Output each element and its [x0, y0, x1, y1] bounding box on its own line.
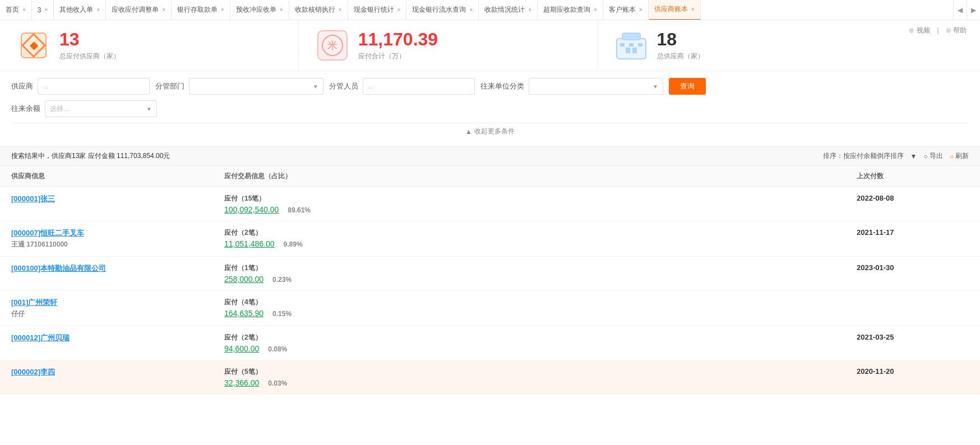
supplier-cell-4: [000012]广州贝瑞: [11, 333, 224, 343]
nav-tab-customer-ledger[interactable]: 客户账本×: [603, 0, 649, 20]
nav-tab-close-bank-deposit[interactable]: ×: [221, 7, 224, 13]
nav-tab-overdue-ar[interactable]: 超期应收款查询×: [538, 0, 603, 20]
tx-amount-1[interactable]: 11,051,486.00: [224, 239, 275, 248]
supplier-link-5[interactable]: [000002]李四: [11, 368, 55, 376]
nav-tab-advance-ar[interactable]: 预收冲应收单×: [230, 0, 289, 20]
nav-tab-close-collection-stat[interactable]: ×: [528, 7, 531, 13]
last-pay-date-2: 2023-01-30: [857, 263, 894, 272]
nav-tab-close-cash-stat[interactable]: ×: [397, 7, 401, 13]
dept-select[interactable]: ▼: [189, 78, 323, 95]
supplier-link-2[interactable]: [000100]本特勤油品有限公司: [11, 264, 106, 272]
query-button[interactable]: 查询: [669, 78, 706, 95]
category-label: 往来单位分类: [480, 81, 524, 91]
export-icon: ○: [924, 152, 928, 160]
export-button[interactable]: ○ 导出: [924, 151, 943, 161]
refresh-button[interactable]: ○ 刷新: [950, 151, 969, 161]
nav-tab-bank-deposit[interactable]: 银行存取款单×: [172, 0, 230, 20]
supplier-cell-5: [000002]李四: [11, 367, 224, 377]
sort-dropdown-arrow[interactable]: ▼: [910, 152, 917, 160]
tx-label-3: 应付（4笔）: [224, 298, 857, 307]
nav-arrow-right[interactable]: ▶: [967, 0, 980, 20]
supplier-cell-1: [000007]恒旺二手叉车 王通 17106110000: [11, 228, 224, 249]
nav-tab-close-customer-ledger[interactable]: ×: [639, 7, 642, 13]
nav-tab-close-tab3[interactable]: ×: [45, 7, 48, 13]
nav-tab-cash-flow[interactable]: 现金银行流水查询×: [406, 0, 479, 20]
nav-tab-close-payment-verify[interactable]: ×: [339, 7, 342, 13]
video-link[interactable]: ⊙ 视频: [909, 26, 930, 35]
tx-label-2: 应付（1笔）: [224, 263, 857, 273]
table-row: [000007]恒旺二手叉车 王通 17106110000 应付（2笔） 11,…: [0, 221, 980, 257]
header-transaction-info: 应付交易信息（占比）: [224, 171, 857, 181]
transaction-cell-1: 应付（2笔） 11,051,486.00 9.89%: [224, 228, 857, 248]
nav-tab-close-supplier-ledger[interactable]: ×: [691, 6, 695, 12]
supplier-contact-1: 王通 17106110000: [11, 240, 224, 249]
supplier-input[interactable]: ...: [38, 78, 150, 95]
nav-tab-close-other-income[interactable]: ×: [96, 7, 100, 13]
last-pay-cell-1: 2021-11-17: [857, 228, 969, 237]
stat-icon-payable-suppliers: ◆: [17, 29, 50, 62]
nav-tab-close-advance-ar[interactable]: ×: [280, 7, 283, 13]
svg-text:米: 米: [327, 40, 338, 51]
tx-amount-0[interactable]: 100,092,540.00: [224, 205, 279, 214]
supplier-cell-3: [001]广州荣轩 仔仔: [11, 298, 224, 319]
supplier-link-0[interactable]: [000001]张三: [11, 194, 55, 203]
last-pay-date-4: 2021-03-25: [857, 333, 894, 341]
tx-amount-3[interactable]: 164,635.90: [224, 309, 264, 318]
stat-icon-total-suppliers: [614, 29, 648, 62]
table-row: [001]广州荣轩 仔仔 应付（4笔） 164,635.90 0.15%: [0, 291, 980, 326]
tx-amount-4[interactable]: 94,600.00: [224, 344, 259, 353]
balance-select[interactable]: 选择... ▼: [45, 100, 157, 117]
stat-block-payable-amount: 米 11,170.39 应付合计（万）: [299, 20, 598, 71]
transaction-cell-5: 应付（5笔） 32,366.00 0.03%: [224, 367, 857, 387]
refresh-label: 刷新: [955, 151, 969, 161]
header-last-payment: 上次付数: [857, 171, 969, 181]
filter-row-2: 往来余额 选择... ▼: [11, 100, 969, 117]
tx-amount-2[interactable]: 258,000.00: [224, 275, 264, 284]
svg-rect-9: [632, 48, 637, 53]
table-body: [000001]张三 应付（15笔） 100,092,540.00 89.61%…: [0, 187, 980, 445]
stat-block-total-suppliers: 18 总供应商（家）: [598, 20, 896, 71]
supplier-link-4[interactable]: [000012]广州贝瑞: [11, 333, 70, 342]
balance-placeholder: 选择...: [50, 104, 69, 114]
person-input[interactable]: ...: [363, 78, 475, 95]
header-supplier-info: 供应商信息: [11, 171, 224, 181]
table-row: [000002]李四 应付（5笔） 32,366.00 0.03% 2020-1…: [0, 360, 980, 395]
result-summary: 搜索结果中，供应商13家 应付金额 111,703,854.00元: [11, 152, 170, 160]
stat-number-payable-suppliers: 13: [59, 30, 120, 49]
result-actions: 排序：按应付余额倒序排序 ▼ ○ 导出 ○ 刷新: [823, 151, 969, 161]
tx-row-2: 258,000.00 0.23%: [224, 275, 857, 284]
nav-tab-close-ar-ap-adjust[interactable]: ×: [162, 7, 165, 13]
nav-tab-payment-verify[interactable]: 收款核销执行×: [289, 0, 348, 20]
nav-tab-supplier-ledger[interactable]: 供应商账本×: [649, 0, 701, 20]
svg-rect-10: [620, 43, 625, 47]
tx-amount-5[interactable]: 32,366.00: [224, 378, 259, 387]
tx-label-4: 应付（2笔）: [224, 333, 857, 342]
supplier-link-1[interactable]: [000007]恒旺二手叉车: [11, 229, 84, 237]
help-link[interactable]: ⊙ 帮助: [946, 26, 967, 35]
stat-number-payable-amount: 11,170.39: [358, 30, 438, 49]
nav-tab-close-cash-flow[interactable]: ×: [469, 7, 473, 13]
person-filter: 分管人员 ...: [329, 78, 475, 95]
nav-tab-tab3[interactable]: 3×: [32, 0, 54, 20]
category-select[interactable]: ▼: [529, 78, 663, 95]
svg-rect-12: [638, 43, 642, 47]
table-header: 供应商信息 应付交易信息（占比） 上次付数: [0, 166, 980, 187]
person-label: 分管人员: [329, 81, 358, 91]
nav-tab-ar-ap-adjust[interactable]: 应收应付调整单×: [106, 0, 172, 20]
nav-arrow-left[interactable]: ◀: [953, 0, 967, 20]
nav-tab-close-home[interactable]: ×: [22, 7, 26, 13]
nav-tab-cash-stat[interactable]: 现金银行统计×: [348, 0, 407, 20]
table-row: [000001]张三 应付（15笔） 100,092,540.00 89.61%…: [0, 187, 980, 221]
supplier-link-3[interactable]: [001]广州荣轩: [11, 298, 57, 307]
collapse-button[interactable]: ▲ 收起更多条件: [11, 123, 969, 140]
collapse-arrow-icon: ▲: [465, 128, 472, 136]
filter-area: 供应商 ... 分管部门 ▼ 分管人员 ... 往来单位分类 ▼ 查询: [0, 71, 980, 147]
nav-tab-collection-stat[interactable]: 收款情况统计×: [479, 0, 538, 20]
tx-label-1: 应付（2笔）: [224, 228, 857, 238]
nav-tab-other-income[interactable]: 其他收入单×: [54, 0, 106, 20]
nav-tab-close-overdue-ar[interactable]: ×: [594, 7, 597, 13]
stat-icon-payable-amount: 米: [316, 29, 349, 62]
supplier-cell-2: [000100]本特勤油品有限公司: [11, 263, 224, 274]
export-label: 导出: [930, 151, 943, 161]
nav-tab-home[interactable]: 首页×: [0, 0, 32, 20]
